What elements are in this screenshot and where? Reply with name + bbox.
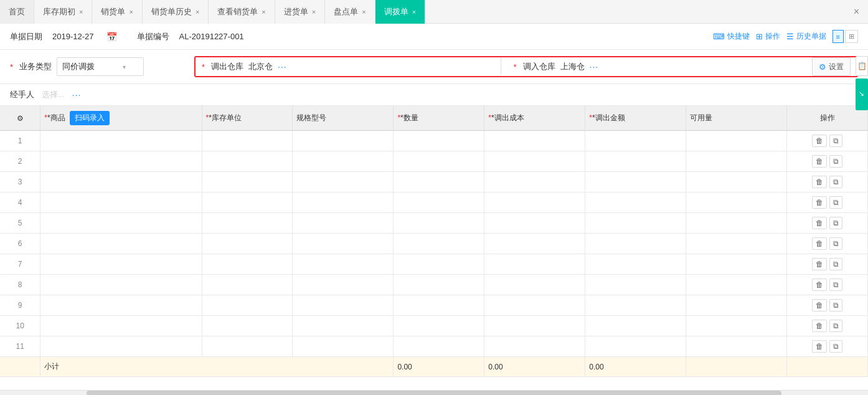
tab-inventory-init[interactable]: 库存期初 × — [34, 0, 92, 24]
horizontal-scrollbar[interactable] — [0, 390, 868, 395]
delete-row-3-button[interactable]: 🗑 — [812, 176, 827, 188]
table-row: 8🗑⧉ — [0, 275, 868, 295]
scan-entry-button[interactable]: 扫码录入 — [70, 111, 110, 125]
subtotal-label: 小计 — [40, 357, 394, 377]
business-type-select[interactable]: 同价调拨 ▾ — [57, 57, 144, 76]
col-header-avail: 可用量 — [686, 106, 787, 131]
header-right: ⌨ 快捷键 ⊞ 操作 ☰ 历史单据 ≡ ⊞ — [713, 30, 858, 43]
tab-purchase-order[interactable]: 进货单 × — [275, 0, 325, 24]
table-header-row: ⚙ **商品 扫码录入 **库存单位 规格型号 **数量 **调出成本 — [0, 106, 868, 131]
handler-row: 经手人 选择... ··· — [0, 84, 868, 106]
col-header-gear[interactable]: ⚙ — [0, 106, 40, 131]
delete-row-4-button[interactable]: 🗑 — [812, 196, 827, 209]
tab-inventory-init-close[interactable]: × — [79, 8, 83, 16]
business-required-star: * — [10, 62, 13, 72]
warehouse-in-label: 调入仓库 — [523, 61, 555, 72]
delete-row-5-button[interactable]: 🗑 — [812, 217, 827, 229]
view-toggle: ≡ ⊞ — [833, 30, 858, 43]
business-section: * 业务类型 同价调拨 ▾ — [10, 56, 184, 77]
handler-select-placeholder[interactable]: 选择... — [42, 89, 65, 100]
col-header-unit: **库存单位 — [202, 106, 293, 131]
delete-row-8-button[interactable]: 🗑 — [812, 278, 827, 291]
warehouse-in-required: * — [514, 62, 517, 72]
scrollbar-thumb — [87, 391, 781, 395]
tab-sales-order[interactable]: 销货单 × — [92, 0, 142, 24]
warehouse-divider — [501, 58, 501, 75]
gear-icon: ⚙ — [819, 62, 826, 72]
delete-row-10-button[interactable]: 🗑 — [812, 320, 827, 332]
form-header: 单据日期 2019-12-27 📅 单据编号 AL-20191227-001 ⌨… — [0, 24, 868, 50]
delete-row-1-button[interactable]: 🗑 — [812, 135, 827, 147]
date-value: 2019-12-27 — [52, 32, 94, 41]
table-body: 1🗑⧉ 2🗑⧉ 3🗑⧉ 4🗑⧉ 5🗑⧉ 6🗑⧉ 7🗑⧉ 8🗑⧉ 9🗑⧉ 10🗑⧉… — [0, 131, 868, 377]
warehouse-out-value: 北京仓 — [248, 61, 273, 72]
table-row: 2🗑⧉ — [0, 151, 868, 172]
warehouse-out-more-button[interactable]: ··· — [278, 62, 287, 72]
tab-view-sales-close[interactable]: × — [262, 8, 265, 16]
tab-transfer[interactable]: 调拨单 × — [375, 0, 425, 24]
tab-home[interactable]: 首页 — [0, 0, 34, 24]
copy-row-8-button[interactable]: ⧉ — [829, 278, 842, 291]
delete-row-9-button[interactable]: 🗑 — [812, 299, 827, 312]
col-header-amount: **调出金额 — [585, 106, 686, 131]
tab-view-sales[interactable]: 查看销货单 × — [209, 0, 275, 24]
table-row: 11🗑⧉ — [0, 336, 868, 357]
copy-row-5-button[interactable]: ⧉ — [829, 217, 842, 229]
business-type-value: 同价调拨 — [62, 61, 95, 72]
toolbar-row: * 业务类型 同价调拨 ▾ * 调出仓库 北京仓 ··· * 调入仓库 上海仓 … — [0, 50, 868, 84]
history-icon: ☰ — [786, 32, 794, 41]
warehouse-in-field: * 调入仓库 上海仓 ··· — [514, 61, 800, 72]
calendar-icon[interactable]: 📅 — [106, 32, 117, 42]
keyboard-icon: ⌨ — [713, 32, 725, 41]
app-close-button[interactable]: × — [845, 0, 868, 24]
tab-purchase-order-close[interactable]: × — [312, 8, 316, 16]
doc-no-value: AL-20191227-001 — [179, 32, 244, 41]
table-row: 4🗑⧉ — [0, 193, 868, 213]
tab-sales-history-close[interactable]: × — [196, 8, 199, 16]
header-left: 单据日期 2019-12-27 📅 单据编号 AL-20191227-001 — [10, 31, 701, 42]
table-row: 7🗑⧉ — [0, 254, 868, 275]
main-content: 单据日期 2019-12-27 📅 单据编号 AL-20191227-001 ⌨… — [0, 24, 868, 395]
copy-row-6-button[interactable]: ⧉ — [829, 237, 842, 250]
copy-row-2-button[interactable]: ⧉ — [829, 155, 842, 168]
business-type-label: 业务类型 — [19, 61, 52, 72]
sidebar-note-button[interactable]: 📋 — [856, 56, 868, 76]
delete-row-2-button[interactable]: 🗑 — [812, 155, 827, 168]
copy-row-7-button[interactable]: ⧉ — [829, 258, 842, 270]
table-gear-icon[interactable]: ⚙ — [17, 114, 24, 123]
copy-row-11-button[interactable]: ⧉ — [829, 340, 842, 353]
subtotal-row: 小计 0.00 0.00 0.00 — [0, 357, 868, 377]
copy-row-10-button[interactable]: ⧉ — [829, 320, 842, 332]
settings-button[interactable]: ⚙ 设置 — [812, 57, 851, 76]
handler-more-button[interactable]: ··· — [72, 90, 82, 100]
tab-sales-history[interactable]: 销货单历史 × — [143, 0, 209, 24]
table-row: 1🗑⧉ — [0, 131, 868, 151]
copy-row-9-button[interactable]: ⧉ — [829, 299, 842, 312]
col-header-spec: 规格型号 — [293, 106, 394, 131]
tab-inventory-count[interactable]: 盘点单 × — [325, 0, 375, 24]
delete-row-6-button[interactable]: 🗑 — [812, 237, 827, 250]
tab-transfer-close[interactable]: × — [412, 8, 416, 16]
list-view-button[interactable]: ≡ — [833, 30, 844, 43]
table-row: 6🗑⧉ — [0, 234, 868, 254]
main-table: ⚙ **商品 扫码录入 **库存单位 规格型号 **数量 **调出成本 — [0, 106, 868, 377]
card-view-button[interactable]: ⊞ — [845, 30, 858, 43]
operations-action[interactable]: ⊞ 操作 — [756, 31, 780, 42]
tab-inventory-count-close[interactable]: × — [362, 8, 366, 16]
copy-row-4-button[interactable]: ⧉ — [829, 196, 842, 209]
warehouse-out-label: 调出仓库 — [211, 61, 243, 72]
warehouse-in-value: 上海仓 — [560, 61, 585, 72]
warehouse-out-required: * — [202, 62, 205, 72]
subtotal-qty: 0.00 — [394, 357, 484, 377]
subtotal-cost: 0.00 — [484, 357, 585, 377]
delete-row-7-button[interactable]: 🗑 — [812, 258, 827, 270]
copy-row-3-button[interactable]: ⧉ — [829, 176, 842, 188]
copy-row-1-button[interactable]: ⧉ — [829, 135, 842, 147]
delete-row-11-button[interactable]: 🗑 — [812, 340, 827, 353]
table-row: 9🗑⧉ — [0, 295, 868, 316]
warehouse-in-more-button[interactable]: ··· — [590, 62, 599, 72]
sidebar-export-button[interactable]: ↗ — [856, 79, 868, 110]
tab-sales-order-close[interactable]: × — [129, 8, 133, 16]
history-action[interactable]: ☰ 历史单据 — [786, 31, 826, 42]
shortcuts-action[interactable]: ⌨ 快捷键 — [713, 31, 750, 42]
